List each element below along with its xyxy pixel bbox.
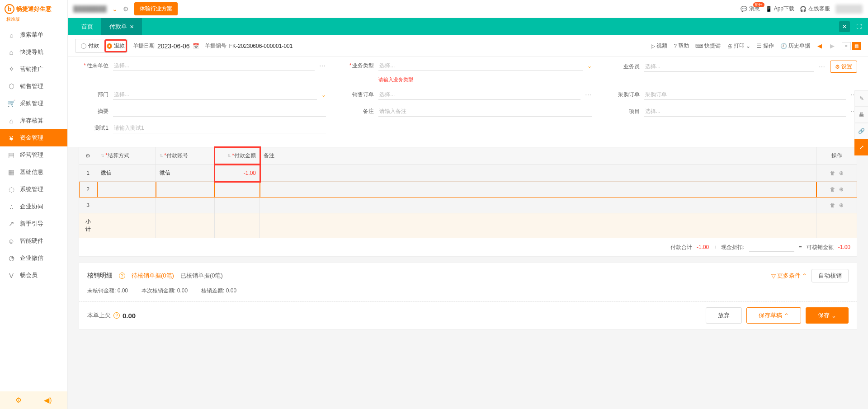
operate-link[interactable]: ☰操作 (757, 42, 774, 50)
sidebar-item[interactable]: ✧营销推广 (0, 61, 67, 78)
discard-button[interactable]: 放弃 (706, 307, 742, 324)
cell-amount[interactable]: -1.00 (215, 165, 260, 182)
tab-close-all-icon[interactable]: ✕ (839, 21, 850, 32)
salesorder-input[interactable] (378, 89, 580, 100)
dept-input[interactable] (113, 89, 317, 100)
sound-icon[interactable]: ◀) (44, 396, 52, 404)
strip-note-icon[interactable]: ✎ (854, 90, 868, 107)
more-icon[interactable]: ⋯ (819, 63, 826, 71)
cell-account[interactable] (156, 182, 215, 197)
sidebar-item[interactable]: ▦基础信息 (0, 164, 67, 181)
sidebar-item[interactable]: ⛬企业协同 (0, 198, 67, 215)
video-link[interactable]: ▷视频 (651, 42, 667, 50)
remark-input[interactable] (378, 106, 591, 117)
strip-print-icon[interactable]: 🖶 (854, 107, 868, 123)
sort-icon[interactable]: ⇅ (101, 154, 104, 158)
cell-method[interactable] (97, 197, 156, 213)
tab-fullscreen-icon[interactable]: ⛶ (854, 21, 864, 32)
sidebar-item[interactable]: ⬡销售管理 (0, 78, 67, 95)
cell-account[interactable] (156, 197, 215, 213)
project-input[interactable] (644, 106, 846, 117)
menu-item-icon: ⌂ (7, 117, 15, 125)
next-doc-icon[interactable]: ▶ (829, 42, 835, 49)
tab[interactable]: 付款单✕ (101, 18, 142, 35)
close-icon[interactable]: ✕ (130, 24, 134, 30)
view-form-icon[interactable]: ▦ (852, 42, 861, 50)
sidebar-item[interactable]: ⌂库存核算 (0, 112, 67, 129)
try-plan-button[interactable]: 体验行业方案 (134, 2, 178, 15)
help-link[interactable]: ?帮助 (674, 42, 689, 50)
radio-payment[interactable]: 付款 (75, 39, 104, 52)
user-avatar-blurred[interactable] (835, 5, 863, 14)
delete-row-icon[interactable]: 🗑 (830, 186, 835, 193)
messages-link[interactable]: 💬 消息 99+ (741, 5, 760, 13)
sort-icon[interactable]: ⇅ (160, 154, 163, 158)
org-dropdown-icon[interactable]: ⌄ (112, 5, 118, 13)
cell-account[interactable]: 微信 (156, 165, 215, 182)
doc-date-value[interactable]: 2023-06-06 (157, 42, 190, 50)
cell-remark[interactable] (260, 182, 816, 197)
cell-amount[interactable] (215, 197, 260, 213)
history-link[interactable]: 🕘历史单据 (780, 42, 810, 50)
save-button[interactable]: 保存⌄ (806, 307, 849, 324)
settings-gear-icon[interactable]: ⚙ (15, 396, 22, 404)
cashdiscount-input[interactable] (749, 243, 794, 252)
more-conditions-link[interactable]: ▽更多条件⌃ (771, 272, 807, 280)
help-icon[interactable]: ? (113, 312, 120, 319)
prev-doc-icon[interactable]: ◀ (816, 42, 823, 49)
biztype-input[interactable] (378, 61, 582, 71)
sort-icon[interactable]: ⇅ (227, 154, 231, 158)
chevron-down-icon[interactable]: ⌄ (587, 63, 592, 69)
help-icon[interactable]: ? (119, 273, 125, 279)
sidebar-item[interactable]: ⌂快捷导航 (0, 43, 67, 61)
pending-tab[interactable]: 待核销单据(0笔) (132, 272, 174, 280)
sidebar-item[interactable]: ◌系统管理 (0, 181, 67, 198)
partner-input[interactable] (113, 61, 315, 71)
strip-attach-icon[interactable]: 🔗 (854, 123, 868, 139)
delete-row-icon[interactable]: 🗑 (830, 170, 835, 176)
purchorder-input[interactable] (644, 89, 846, 100)
cell-method[interactable] (97, 182, 156, 197)
sidebar-item[interactable]: ☺智能硬件 (0, 232, 67, 249)
table-settings-icon[interactable]: ⚙ (85, 153, 90, 159)
sidebar-item[interactable]: ↗新手引导 (0, 215, 67, 232)
partner-label: 往来单位 (87, 62, 108, 69)
salesman-input[interactable] (644, 61, 814, 72)
print-link[interactable]: 🖨打印⌄ (727, 42, 750, 50)
done-tab[interactable]: 已核销单据(0笔) (180, 272, 223, 280)
add-row-icon[interactable]: ⊕ (839, 186, 844, 193)
radio-refund[interactable]: 退款 (104, 39, 127, 52)
sidebar-item[interactable]: ⌕搜索菜单 (0, 26, 67, 43)
app-download-link[interactable]: 📱 App下载 (765, 5, 794, 13)
more-icon[interactable]: ⋯ (585, 91, 592, 99)
summary-input[interactable] (113, 106, 326, 117)
form-settings-button[interactable]: ⚙设置 (830, 61, 857, 73)
calendar-icon[interactable]: 📅 (193, 43, 199, 49)
cell-remark[interactable] (260, 165, 816, 182)
cell-amount[interactable] (215, 182, 260, 197)
sidebar-item[interactable]: V畅会员 (0, 267, 67, 284)
sidebar-item[interactable]: ◔企业微信 (0, 249, 67, 267)
online-service-link[interactable]: 🎧 在线客服 (800, 5, 830, 13)
save-draft-button[interactable]: 保存草稿⌃ (746, 307, 801, 324)
delete-row-icon[interactable]: 🗑 (830, 202, 835, 208)
sidebar-item[interactable]: ¥资金管理 (0, 129, 67, 146)
table-row[interactable]: 1微信微信-1.00🗑⊕ (79, 165, 857, 182)
cell-method[interactable]: 微信 (97, 165, 156, 182)
sidebar-item[interactable]: ▤经营管理 (0, 146, 67, 164)
header-gear-icon[interactable]: ⚙ (123, 5, 129, 13)
strip-expand-icon[interactable]: ⤢ (854, 139, 868, 155)
view-list-icon[interactable]: ≡ (842, 42, 851, 50)
auto-writeoff-button[interactable]: 自动核销 (811, 269, 849, 282)
tab[interactable]: 首页 (73, 18, 101, 35)
cell-remark[interactable] (260, 197, 816, 213)
add-row-icon[interactable]: ⊕ (839, 170, 844, 176)
chevron-down-icon[interactable]: ⌄ (321, 92, 326, 98)
more-icon[interactable]: ⋯ (319, 62, 326, 70)
shortcut-link[interactable]: ⌨快捷键 (695, 42, 721, 50)
test1-input[interactable] (113, 123, 326, 133)
table-row[interactable]: 2🗑⊕ (79, 182, 857, 197)
add-row-icon[interactable]: ⊕ (839, 202, 844, 208)
table-row[interactable]: 3🗑⊕ (79, 197, 857, 213)
sidebar-item[interactable]: 🛒采购管理 (0, 95, 67, 112)
